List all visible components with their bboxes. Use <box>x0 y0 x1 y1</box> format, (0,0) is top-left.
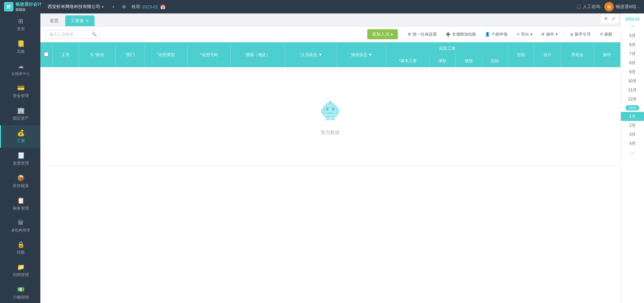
refresh-btn[interactable]: ↺ 刷新 <box>597 30 615 39</box>
service-btn[interactable]: 🎧 人工咨询 <box>576 4 600 10</box>
search-container: 🔍 <box>46 30 100 39</box>
sidebar-label-multi: 多机构管理 <box>11 228 30 233</box>
sidebar-item-tax[interactable]: 📋 税务管理 <box>0 193 40 215</box>
add-company-btn[interactable]: + <box>110 3 117 11</box>
refresh-icon: ↺ <box>600 32 603 37</box>
personal-tax-btn[interactable]: 👤 个税申报 <box>482 30 510 39</box>
sidebar-item-archive[interactable]: 📁 归档管理 <box>0 259 40 282</box>
sidebar-item-ledger[interactable]: 📒 总账 <box>0 36 40 58</box>
tab-salary[interactable]: 工资表 ✕ <box>65 15 94 26</box>
rp-year-badge: 2023 <box>626 105 639 111</box>
th-total: 合计 <box>534 42 561 67</box>
sep2 <box>564 31 564 38</box>
export-btn[interactable]: ↗ 导出 ▾ <box>514 30 535 39</box>
expense-icon: 💵 <box>17 286 25 293</box>
toolbar: 🔍 添加人员 ▾ ⚙ 统一社保设置 ➕ 专项附加扣除 👤 个税申报 ↗ <box>40 27 620 42</box>
th-pension: 养老金 <box>561 42 594 67</box>
rp-up-arrow[interactable]: ⌃ <box>621 24 644 31</box>
sidebar-item-multi[interactable]: 🏛 多机构管理 <box>0 215 40 237</box>
th-cert-no: *证照号码 <box>188 42 231 67</box>
status-filter-icon[interactable]: ▼ <box>318 52 323 57</box>
app-title: 畅捷通好会计 <box>15 1 42 7</box>
special-deduction-btn[interactable]: ➕ 专项附加扣除 <box>443 30 479 39</box>
ledger-icon: 📒 <box>17 40 25 47</box>
calendar-icon[interactable]: 📅 <box>160 4 165 9</box>
rp-month-1-active[interactable]: 1月 <box>621 112 644 121</box>
svg-rect-7 <box>336 109 339 114</box>
multi-icon: 🏛 <box>18 219 24 226</box>
company-selector[interactable]: 西安虾米网络科技有限公司 ▾ <box>45 2 107 11</box>
rp-year-current: 2023.01 <box>624 15 641 24</box>
inventory-icon: 📦 <box>17 174 25 182</box>
sidebar-label-archive: 归档管理 <box>13 272 29 278</box>
tab-home[interactable]: 首页 <box>44 15 64 26</box>
sidebar-item-funds[interactable]: 💳 资金管理 <box>0 80 40 103</box>
export-icon: ↗ <box>516 32 520 37</box>
th-report-status: 报送状态 ▼ <box>337 42 386 67</box>
user-profile[interactable]: 畅 畅捷通B组... <box>604 2 640 11</box>
headset-icon: 🎧 <box>576 4 581 9</box>
window-controls: ✕ ⤢ <box>601 14 618 24</box>
sidebar-label-ledger: 总账 <box>17 49 25 54</box>
rp-month-12[interactable]: 12月 <box>621 95 644 104</box>
tax-person-icon: 👤 <box>485 32 490 37</box>
sidebar-label-home: 首页 <box>17 26 25 32</box>
sidebar-item-salary[interactable]: 💰 工资 <box>0 125 40 148</box>
sidebar-label-salary: 工资 <box>17 138 25 144</box>
avatar: 畅 <box>604 2 614 11</box>
logo-area: 好 畅捷通好会计 旗舰版 <box>4 1 42 12</box>
th-deduct: 扣款 <box>508 42 534 67</box>
add-dropdown-icon: ▾ <box>391 32 393 37</box>
rp-month-11[interactable]: 11月 <box>621 86 644 95</box>
rp-month-5[interactable]: 5月 <box>621 31 644 40</box>
rp-month-7[interactable]: 7月 <box>621 49 644 58</box>
rp-month-3[interactable]: 3月 <box>621 130 644 139</box>
add-person-btn[interactable]: 添加人员 ▾ <box>367 29 398 39</box>
period-area: 账期 2023-01 📅 <box>131 4 166 10</box>
sidebar-label-cloud: 云报表中心 <box>11 71 30 76</box>
empty-state-cell: 暂无数据 <box>40 67 620 166</box>
search-input[interactable] <box>49 32 90 37</box>
funds-icon: 💳 <box>17 84 25 92</box>
salary-icon: 💰 <box>17 129 25 137</box>
sidebar-label-funds: 资金管理 <box>13 93 29 99</box>
empty-text: 暂无数据 <box>321 130 340 136</box>
rp-down-arrow[interactable]: ⌄ <box>621 148 644 156</box>
select-all-checkbox[interactable] <box>44 52 48 56</box>
sidebar-item-expense[interactable]: 💵 小畅报销 <box>0 282 40 303</box>
operate-btn[interactable]: ⚙ 操作 ▾ <box>538 30 560 39</box>
rp-month-10[interactable]: 10月 <box>621 77 644 86</box>
rp-month-9[interactable]: 9月 <box>621 68 644 77</box>
th-base-wage: *基本工资 <box>386 55 429 67</box>
th-country: 国籍（地区） <box>231 42 285 67</box>
tab-close-salary[interactable]: ✕ <box>86 18 89 23</box>
period-value[interactable]: 2023-01 <box>142 4 158 9</box>
sidebar-item-cloud[interactable]: ☁ 云报表中心 <box>0 58 40 80</box>
service-label: 人工咨询 <box>583 4 600 10</box>
close-panel-btn[interactable]: ✕ <box>604 15 608 22</box>
rp-month-4[interactable]: 4月 <box>621 139 644 148</box>
social-settings-btn[interactable]: ⚙ 统一社保设置 <box>405 30 440 39</box>
dropdown-icon: ▾ <box>102 4 104 9</box>
rp-month-8[interactable]: 8月 <box>621 58 644 68</box>
operate-dropdown-icon: ▾ <box>556 32 558 37</box>
settings-btn[interactable]: ⚙ <box>120 3 128 11</box>
table-container: 工号 ⇅ *姓名 *部门 *证照类型 *证照号码 国籍（地区） *人员状态 ▼ … <box>40 42 620 303</box>
search-icon[interactable]: 🔍 <box>92 32 97 37</box>
sidebar-item-inventory[interactable]: 📦 库存核算 <box>0 170 40 193</box>
expand-panel-btn[interactable]: ⤢ <box>611 15 616 22</box>
sidebar-item-close-accounts[interactable]: 🔒 结账 <box>0 237 40 259</box>
report-filter-icon[interactable]: ▼ <box>368 52 372 57</box>
user-name: 畅捷通B组... <box>616 4 640 10</box>
newbie-guide-btn[interactable]: ◎ 新手引导 <box>567 30 594 39</box>
sidebar-item-home[interactable]: ⊞ 首页 <box>0 13 40 36</box>
archive-icon: 📁 <box>17 263 25 271</box>
sidebar-item-invoice[interactable]: 🧾 发票管理 <box>0 148 40 170</box>
svg-rect-6 <box>321 109 324 114</box>
rp-month-6[interactable]: 6月 <box>621 40 644 49</box>
rp-month-2[interactable]: 2月 <box>621 121 644 130</box>
th-checkbox <box>40 42 52 67</box>
settings-icon: ⚙ <box>122 4 126 9</box>
right-panel: 2023.01 ⌃ 5月 6月 7月 8月 9月 10月 11月 12月 202… <box>620 13 644 303</box>
sidebar-item-assets[interactable]: 🏢 固定资产 <box>0 103 40 125</box>
